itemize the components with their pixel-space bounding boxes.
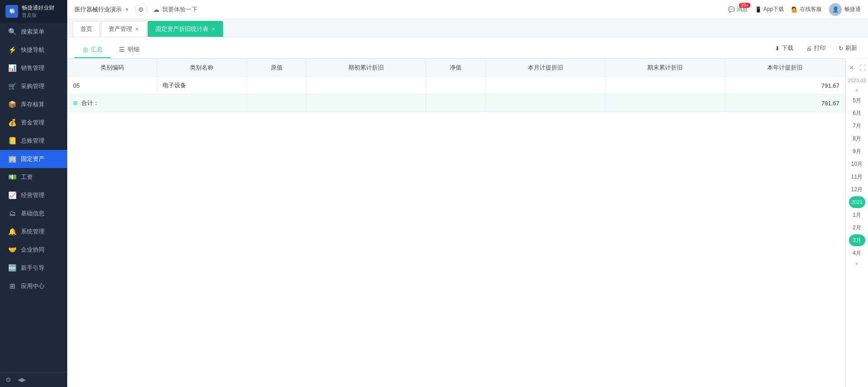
sidebar-item-collab[interactable]: 🤝 企业协同	[0, 241, 67, 259]
subtab-summary[interactable]: ◎ 汇总	[74, 42, 111, 58]
month-item-9[interactable]: 9月	[849, 145, 865, 157]
col-current-month: 本月计提折旧	[486, 59, 605, 77]
total-net	[426, 94, 486, 112]
sidebar-item-label: 快捷导航	[21, 46, 45, 54]
total-row: ⊞ 合计： 791.67	[68, 94, 845, 112]
subtab-detail[interactable]: ☰ 明细	[111, 42, 148, 58]
sidebar-item-fund[interactable]: 💰 资金管理	[0, 114, 67, 132]
tab-close-icon[interactable]: ✕	[211, 26, 215, 32]
table-header-row: 类别编码 类别名称 原值 期初累计折旧 净值 本月计提折旧 期末累计折旧 本年计…	[68, 59, 845, 77]
inventory-icon: 📦	[8, 100, 16, 109]
sidebar-item-sales[interactable]: 📊 销售管理	[0, 59, 67, 77]
month-item-6[interactable]: 6月	[849, 107, 865, 119]
expand-panel-button[interactable]: ⛶	[858, 63, 867, 72]
sidebar-item-purchase[interactable]: 🛒 采购管理	[0, 77, 67, 95]
sidebar-item-label: 工资	[21, 173, 33, 181]
cell-code: 05	[68, 77, 157, 94]
online-service-button[interactable]: 💁 在线客服	[791, 5, 822, 13]
main-area: 医疗器械行业演示 ▼ ⚙ ☁ 我要体验一下 💬 消息 99+ 📱 App下载 💁…	[67, 0, 868, 387]
scroll-up-button[interactable]: ▲	[853, 85, 862, 94]
print-button[interactable]: 🖨 打印	[803, 42, 829, 54]
tab-depreciation[interactable]: 固定资产折旧统计表 ✕	[148, 21, 223, 37]
sidebar-item-operation[interactable]: 📈 经营管理	[0, 186, 67, 204]
month-item-11[interactable]: 11月	[849, 171, 865, 183]
brand-name: 畅捷通好业财	[22, 5, 55, 12]
download-icon: 📱	[755, 6, 762, 13]
collapse-icon[interactable]: ◀▶	[18, 377, 26, 383]
month-item-1[interactable]: 1月	[849, 209, 865, 221]
tab-home[interactable]: 首页	[73, 21, 100, 37]
message-button[interactable]: 💬 消息 99+	[728, 5, 748, 13]
sidebar-item-label: 库存核算	[21, 100, 45, 109]
app-download-button[interactable]: 📱 App下载	[755, 5, 784, 13]
sidebar-item-guide[interactable]: 🆕 新手引导	[0, 259, 67, 277]
col-original: 原值	[247, 59, 306, 77]
message-icon: 💬	[728, 6, 735, 13]
sidebar-item-label: 固定资产	[21, 155, 45, 163]
sidebar-item-label: 销售管理	[21, 64, 45, 72]
avatar: 👤	[829, 3, 842, 16]
app-logo: 畅	[5, 5, 18, 18]
year-node-2023[interactable]: 2023	[849, 196, 865, 208]
month-item-10[interactable]: 10月	[849, 158, 865, 170]
month-item-4[interactable]: 4月	[849, 247, 865, 259]
subtab-label: 明细	[128, 45, 139, 54]
sidebar-item-app-center[interactable]: ⊞ 应用中心	[0, 277, 67, 295]
sidebar-item-search[interactable]: 🔍 搜索菜单	[0, 23, 67, 41]
detail-icon: ☰	[119, 46, 125, 53]
month-item-3[interactable]: 3月	[849, 234, 865, 246]
search-icon: 🔍	[8, 28, 16, 36]
tab-label: 资产管理	[109, 25, 132, 33]
sidebar-item-label: 新手引导	[21, 264, 45, 272]
download-icon: ⬇	[775, 45, 780, 52]
settings-button[interactable]: ⚙	[135, 3, 148, 16]
download-button[interactable]: ⬇ 下载	[771, 42, 797, 54]
sidebar-item-payroll[interactable]: 💵 工资	[0, 168, 67, 186]
settings-icon[interactable]: ⚙	[5, 376, 11, 383]
company-selector[interactable]: 医疗器械行业演示 ▼	[74, 5, 129, 14]
sales-icon: 📊	[8, 64, 16, 72]
message-badge: 99+	[739, 3, 750, 8]
col-net: 净值	[426, 59, 486, 77]
sidebar-item-label: 系统管理	[21, 228, 45, 236]
user-profile[interactable]: 👤 畅捷通	[829, 3, 861, 16]
topbar: 医疗器械行业演示 ▼ ⚙ ☁ 我要体验一下 💬 消息 99+ 📱 App下载 💁…	[67, 0, 868, 19]
topbar-right: 💬 消息 99+ 📱 App下载 💁 在线客服 👤 畅捷通	[728, 3, 861, 16]
system-icon: 🔔	[8, 228, 16, 236]
tab-label: 首页	[80, 25, 92, 33]
sidebar-item-inventory[interactable]: 📦 库存核算	[0, 95, 67, 114]
subtab-bar: ◎ 汇总 ☰ 明细 ⬇ 下载 🖨 打印 ↻ 刷新	[67, 37, 868, 59]
sidebar-menu: 🔍 搜索菜单 ⚡ 快捷导航 📊 销售管理 🛒 采购管理 📦 库存核算 💰 资金管…	[0, 23, 67, 372]
sidebar-item-label: 经营管理	[21, 191, 45, 199]
sidebar-brand: 畅捷通好业财 普及版	[22, 5, 55, 18]
month-item-12[interactable]: 12月	[849, 184, 865, 195]
total-opening-accum	[306, 94, 426, 112]
ledger-icon: 📒	[8, 137, 16, 145]
month-item-7[interactable]: 7月	[849, 120, 865, 132]
service-icon: 💁	[791, 6, 798, 13]
total-label: 合计：	[81, 99, 99, 106]
refresh-button[interactable]: ↻ 刷新	[835, 42, 861, 54]
sidebar-item-quicknav[interactable]: ⚡ 快捷导航	[0, 41, 67, 59]
depreciation-table: 类别编码 类别名称 原值 期初累计折旧 净值 本月计提折旧 期末累计折旧 本年计…	[67, 59, 845, 112]
sidebar-item-basic-info[interactable]: 🗂 基础信息	[0, 204, 67, 223]
month-item-8[interactable]: 8月	[849, 133, 865, 144]
sidebar-item-system[interactable]: 🔔 系统管理	[0, 223, 67, 241]
company-dropdown-icon: ▼	[124, 7, 129, 12]
subtab-label: 汇总	[91, 45, 103, 54]
sidebar-item-fixed-asset[interactable]: 🏢 固定资产	[0, 150, 67, 168]
sidebar-header: 畅 畅捷通好业财 普及版	[0, 0, 67, 23]
tab-close-icon[interactable]: ✕	[135, 26, 139, 32]
close-panel-button[interactable]: ✕	[847, 63, 856, 72]
month-item-2[interactable]: 2月	[849, 222, 865, 233]
quicknav-icon: ⚡	[8, 46, 16, 54]
sidebar-item-ledger[interactable]: 📒 总账管理	[0, 132, 67, 150]
total-original	[247, 94, 306, 112]
print-label: 打印	[814, 44, 826, 52]
tab-label: 固定资产折旧统计表	[155, 25, 208, 33]
tab-asset-mgmt[interactable]: 资产管理 ✕	[101, 21, 147, 37]
total-label-cell: ⊞ 合计：	[68, 94, 247, 112]
month-item-5[interactable]: 5月	[849, 94, 865, 106]
scroll-down-button[interactable]: ▼	[853, 259, 862, 268]
experience-button[interactable]: ☁ 我要体验一下	[153, 5, 198, 14]
